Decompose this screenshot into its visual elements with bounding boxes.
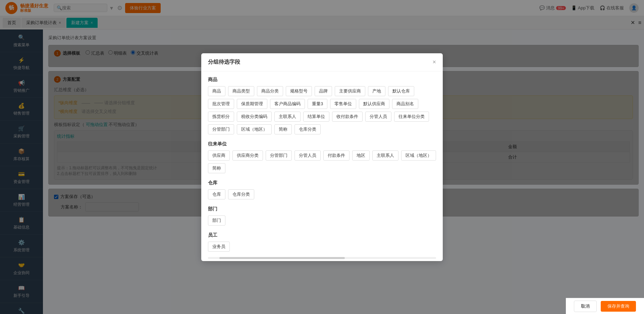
field-group-0: 商品商品商品类型商品分类规格型号品牌主要供应商产地默认仓库批次管理保质期管理客户… <box>208 77 436 134</box>
field-tags-2: 仓库仓库分类 <box>208 189 436 199</box>
field-tag-0-21[interactable]: 往来单位分类 <box>394 112 429 122</box>
field-tag-0-22[interactable]: 分管部门 <box>208 124 234 134</box>
field-tag-0-5[interactable]: 主要供应商 <box>335 86 365 96</box>
modal-hscrollbar-container <box>201 256 443 261</box>
field-tag-0-13[interactable]: 默认供应商 <box>359 99 389 109</box>
field-group-title-1: 往来单位 <box>208 141 436 147</box>
field-tag-0-4[interactable]: 品牌 <box>315 86 332 96</box>
field-group-title-2: 仓库 <box>208 180 436 186</box>
field-group-title-3: 部门 <box>208 206 436 212</box>
field-tag-0-12[interactable]: 零售单位 <box>330 99 356 109</box>
modal-title: 分组待选字段 <box>208 59 240 66</box>
field-tag-0-17[interactable]: 主联系人 <box>274 112 301 122</box>
field-group-2: 仓库仓库仓库分类 <box>208 180 436 199</box>
field-tag-0-9[interactable]: 保质期管理 <box>237 99 267 109</box>
modal-action-bar: 取消 保存并查询 <box>566 298 644 314</box>
field-tag-2-0[interactable]: 仓库 <box>208 189 225 199</box>
field-tag-0-10[interactable]: 客户商品编码 <box>270 99 305 109</box>
field-selection-modal: 分组待选字段 × 商品商品商品类型商品分类规格型号品牌主要供应商产地默认仓库批次… <box>201 53 443 261</box>
field-tags-0: 商品商品类型商品分类规格型号品牌主要供应商产地默认仓库批次管理保质期管理客户商品… <box>208 86 436 134</box>
field-tag-1-7[interactable]: 区域（地区） <box>401 150 436 161</box>
field-tag-0-19[interactable]: 收付款条件 <box>332 112 363 122</box>
field-group-1: 往来单位供应商供应商分类分管部门分管人员付款条件地区主联系人区域（地区）简称 <box>208 141 436 173</box>
field-tag-0-0[interactable]: 商品 <box>208 86 225 96</box>
field-tag-0-8[interactable]: 批次管理 <box>208 99 234 109</box>
field-group-title-4: 员工 <box>208 232 436 238</box>
field-tag-1-3[interactable]: 分管人员 <box>294 150 321 161</box>
field-tag-1-8[interactable]: 简称 <box>208 163 225 173</box>
field-tag-0-14[interactable]: 商品别名 <box>392 99 418 109</box>
field-tags-3: 部门 <box>208 215 436 226</box>
field-tag-1-1[interactable]: 供应商分类 <box>232 150 263 161</box>
modal-overlay: 分组待选字段 × 商品商品商品类型商品分类规格型号品牌主要供应商产地默认仓库批次… <box>0 0 644 314</box>
field-tags-4: 业务员 <box>208 242 436 252</box>
field-group-4: 员工业务员 <box>208 232 436 252</box>
modal-body: 商品商品商品类型商品分类规格型号品牌主要供应商产地默认仓库批次管理保质期管理客户… <box>201 71 443 256</box>
field-tag-0-25[interactable]: 仓库分类 <box>294 124 321 134</box>
field-tag-1-2[interactable]: 分管部门 <box>266 150 292 161</box>
field-tag-0-6[interactable]: 产地 <box>368 86 385 96</box>
field-group-3: 部门部门 <box>208 206 436 226</box>
field-tag-1-0[interactable]: 供应商 <box>208 150 230 161</box>
field-tag-1-6[interactable]: 主联系人 <box>372 150 398 161</box>
field-tag-0-24[interactable]: 简称 <box>274 124 292 134</box>
field-tag-0-18[interactable]: 结算单位 <box>303 112 329 122</box>
field-tag-0-23[interactable]: 区域（地区） <box>237 124 272 134</box>
modal-close-btn[interactable]: × <box>432 59 436 65</box>
field-tag-2-1[interactable]: 仓库分类 <box>228 189 254 199</box>
field-tag-1-4[interactable]: 付款条件 <box>323 150 350 161</box>
hscrollbar-thumb[interactable] <box>219 257 345 259</box>
field-tag-0-11[interactable]: 重量3 <box>308 99 327 109</box>
field-tags-1: 供应商供应商分类分管部门分管人员付款条件地区主联系人区域（地区）简称 <box>208 150 436 173</box>
field-tag-0-15[interactable]: 拣货积分 <box>208 112 234 122</box>
cancel-button[interactable]: 取消 <box>574 301 597 312</box>
save-query-button[interactable]: 保存并查询 <box>601 301 636 312</box>
modal-header: 分组待选字段 × <box>201 53 443 71</box>
field-tag-3-0[interactable]: 部门 <box>208 215 225 226</box>
field-tag-1-5[interactable]: 地区 <box>352 150 370 161</box>
field-tag-0-16[interactable]: 税收分类编码 <box>237 112 272 122</box>
field-tag-0-3[interactable]: 规格型号 <box>286 86 312 96</box>
field-tag-0-1[interactable]: 商品类型 <box>228 86 254 96</box>
field-tag-4-0[interactable]: 业务员 <box>208 242 230 252</box>
field-tag-0-20[interactable]: 分管人员 <box>365 112 391 122</box>
field-tag-0-7[interactable]: 默认仓库 <box>388 86 414 96</box>
field-tag-0-2[interactable]: 商品分类 <box>257 86 283 96</box>
field-group-title-0: 商品 <box>208 77 436 83</box>
